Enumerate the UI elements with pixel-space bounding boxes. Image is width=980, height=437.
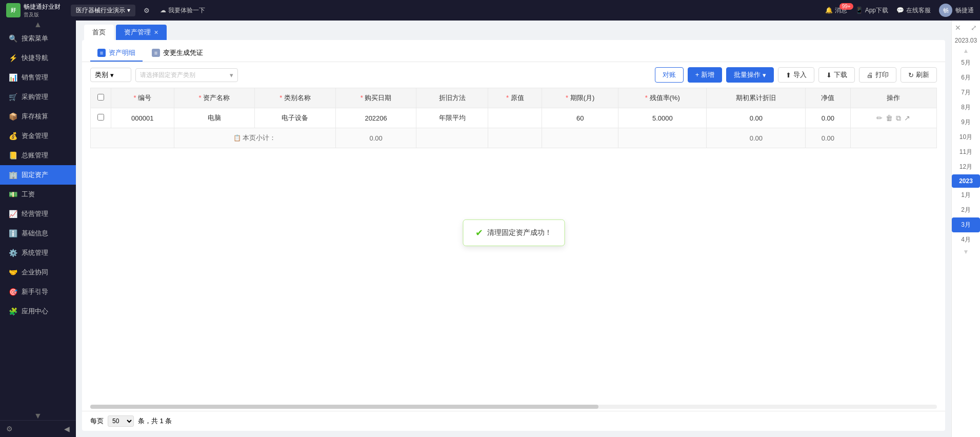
sidebar-item-fixed-assets[interactable]: 🏢 固定资产 (0, 165, 76, 185)
sub-tab-voucher-gen[interactable]: ≡ 变更生成凭证 (145, 45, 210, 62)
company-selector[interactable]: 医疗器械行业演示 ▾ (71, 5, 135, 16)
download-button[interactable]: ⬇ 下载 (818, 67, 855, 83)
user-menu[interactable]: 畅 畅捷通 (939, 4, 974, 17)
top-bar-middle: 医疗器械行业演示 ▾ ⚙ ☁ 我要体验一下 (71, 5, 825, 16)
th-category: 类别名称 (255, 88, 336, 108)
month-5[interactable]: 5月 (952, 55, 980, 70)
month-9[interactable]: 9月 (952, 115, 980, 130)
right-panel-top: ✕ ⤢ (952, 21, 980, 35)
sub-tab-asset-detail[interactable]: ≡ 资产明细 (90, 45, 143, 62)
tab-home[interactable]: 首页 (84, 25, 114, 40)
tab-asset-mgmt[interactable]: 资产管理 ✕ (116, 25, 167, 40)
sidebar-item-label: 应用中心 (22, 307, 48, 316)
month-12[interactable]: 12月 (952, 160, 980, 174)
basic-info-icon: ℹ️ (8, 229, 17, 238)
select-all-checkbox[interactable] (97, 94, 104, 101)
download-icon: ⬇ (826, 71, 832, 79)
month-8[interactable]: 8月 (952, 100, 980, 115)
refresh-button[interactable]: ↻ 刷新 (901, 67, 937, 83)
sidebar-item-enterprise[interactable]: 🤝 企业协同 (0, 263, 76, 282)
month-3[interactable]: 3月 (952, 217, 980, 232)
horizontal-scrollbar[interactable] (90, 405, 937, 409)
experience-button[interactable]: ☁ 我要体验一下 (160, 6, 205, 15)
month-2[interactable]: 2月 (952, 203, 980, 217)
dropdown-arrow-icon: ▾ (110, 71, 114, 79)
category-filter-select[interactable]: 类别 ▾ (90, 68, 131, 82)
company-name: 医疗器械行业演示 (76, 6, 125, 15)
sidebar-item-app-center[interactable]: 🧩 应用中心 (0, 302, 76, 321)
th-initial-dep: 期初累计折旧 (707, 88, 806, 108)
cell-residual-rate: 5.0000 (618, 108, 707, 128)
right-panel: ✕ ⤢ 2023.03 ▲ 5月 6月 7月 8月 9月 10月 11月 12月… (951, 21, 980, 437)
enterprise-icon: 🤝 (8, 268, 17, 277)
sidebar-settings-icon[interactable]: ⚙ (6, 425, 13, 433)
sidebar-item-label: 工资 (22, 190, 35, 199)
panel-scroll-up[interactable]: ▲ (962, 46, 970, 55)
sidebar-item-search[interactable]: 🔍 搜索菜单 (0, 29, 76, 48)
table-header-row: 编号 资产名称 类别名称 购买日期 折旧方法 原值 期限(月) 残值率(%) 期… (91, 88, 937, 108)
sidebar-item-inventory[interactable]: 📦 库存核算 (0, 107, 76, 126)
th-dep-method: 折旧方法 (416, 88, 488, 108)
panel-close-button[interactable]: ✕ (955, 24, 961, 32)
th-net-value: 净值 (806, 88, 850, 108)
month-4[interactable]: 4月 (952, 232, 980, 247)
batch-button[interactable]: 批量操作 ▾ (726, 67, 774, 83)
sidebar-collapse-icon[interactable]: ◀ (64, 425, 70, 433)
subtotal-label: 📋 本页小计： (174, 128, 335, 148)
sidebar-item-ledger[interactable]: 📒 总账管理 (0, 146, 76, 165)
sub-tabs: ≡ 资产明细 ≡ 变更生成凭证 (82, 40, 945, 62)
th-checkbox (91, 88, 111, 108)
app-center-icon: 🧩 (8, 307, 17, 316)
download-label: 下载 (834, 70, 847, 80)
edit-icon[interactable]: ✏ (876, 114, 883, 122)
copy-icon[interactable]: ⧉ (896, 114, 901, 123)
sidebar-item-purchase[interactable]: 🛒 采购管理 (0, 87, 76, 107)
service-icon: 💬 (896, 7, 904, 14)
panel-scroll-down[interactable]: ▼ (962, 247, 970, 256)
sidebar-item-system[interactable]: ⚙️ 系统管理 (0, 243, 76, 263)
top-bar-right: 🔔 消息 99+ 📱 App下载 💬 在线客服 畅 畅捷通 (825, 4, 974, 17)
sidebar-item-operations[interactable]: 📈 经营管理 (0, 204, 76, 224)
sidebar-item-label: 总账管理 (22, 151, 48, 160)
sidebar-item-guide[interactable]: 🎯 新手引导 (0, 282, 76, 302)
notifications-button[interactable]: 🔔 消息 99+ (825, 6, 847, 15)
online-service-button[interactable]: 💬 在线客服 (896, 6, 931, 15)
import-icon: ⬆ (786, 71, 791, 79)
settings-icon[interactable]: ⚙ (144, 7, 150, 14)
month-6[interactable]: 6月 (952, 70, 980, 85)
page-size-select[interactable]: 50 10 20 100 (108, 415, 134, 427)
print-button[interactable]: 🖨 打印 (859, 67, 896, 83)
more-icon[interactable]: ↗ (904, 114, 910, 122)
new-button[interactable]: + 新增 (688, 67, 722, 83)
tab-home-label: 首页 (92, 28, 106, 37)
sidebar-item-payroll[interactable]: 💵 工资 (0, 185, 76, 204)
sidebar-item-funds[interactable]: 💰 资金管理 (0, 126, 76, 146)
sidebar-item-quick-nav[interactable]: ⚡ 快捷导航 (0, 48, 76, 68)
month-1[interactable]: 1月 (952, 188, 980, 203)
month-11[interactable]: 11月 (952, 145, 980, 160)
reconcile-button[interactable]: 对账 (655, 67, 684, 83)
category-input[interactable]: 请选择固定资产类别 ▾ (135, 68, 238, 82)
payroll-icon: 💵 (8, 190, 17, 199)
app-logo: 好 畅捷通好业财 普及版 (6, 3, 61, 18)
operations-icon: 📈 (8, 209, 17, 218)
print-icon: 🖨 (867, 71, 873, 79)
row-checkbox[interactable] (97, 114, 104, 121)
funds-icon: 💰 (8, 131, 17, 141)
month-7[interactable]: 7月 (952, 85, 980, 100)
sidebar-item-sales[interactable]: 📊 销售管理 (0, 68, 76, 87)
sidebar-item-basic-info[interactable]: ℹ️ 基础信息 (0, 224, 76, 243)
inventory-icon: 📦 (8, 112, 17, 121)
sidebar-scroll-down[interactable]: ▼ (0, 412, 76, 420)
delete-icon[interactable]: 🗑 (886, 114, 893, 122)
import-label: 导入 (793, 70, 807, 80)
subtotal-initial-dep: 0.00 (707, 128, 806, 148)
import-button[interactable]: ⬆ 导入 (778, 67, 814, 83)
panel-expand-button[interactable]: ⤢ (971, 24, 977, 32)
month-10[interactable]: 10月 (952, 130, 980, 145)
year-2023[interactable]: 2023 (952, 174, 980, 188)
tab-close-icon[interactable]: ✕ (154, 29, 158, 36)
sidebar-scroll-up[interactable]: ▲ (0, 21, 76, 29)
scrollbar-thumb[interactable] (90, 405, 598, 409)
app-download-button[interactable]: 📱 App下载 (855, 6, 888, 15)
